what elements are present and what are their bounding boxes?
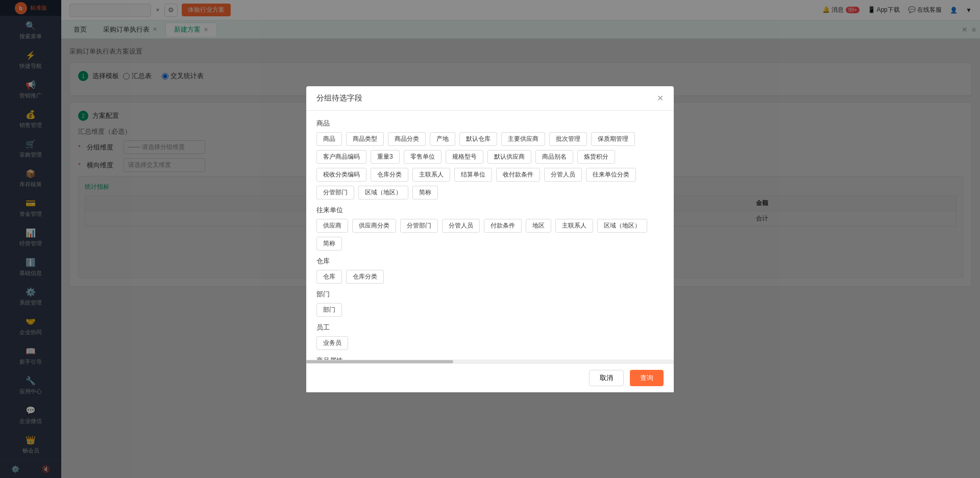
field-tag-product-alias[interactable]: 商品别名 <box>535 150 573 164</box>
section-dept-title: 部门 <box>316 290 664 299</box>
field-tag-area[interactable]: 地区 <box>526 219 551 233</box>
field-tag-manager-person[interactable]: 分管人员 <box>544 168 582 182</box>
section-partner-fields: 供应商 供应商分类 分管部门 分管人员 付款条件 地区 主联系人 区域（地区） … <box>316 219 664 250</box>
field-tag-main-contact2[interactable]: 主联系人 <box>555 219 593 233</box>
section-partner-title: 往来单位 <box>316 206 664 215</box>
cancel-button[interactable]: 取消 <box>589 370 624 386</box>
field-tag-product-category[interactable]: 商品分类 <box>388 132 426 146</box>
field-tag-refine-points[interactable]: 炼货积分 <box>577 150 615 164</box>
field-tag-supplier-category[interactable]: 供应商分类 <box>352 219 396 233</box>
field-tag-settlement-unit[interactable]: 结算单位 <box>454 168 492 182</box>
field-tag-weight3[interactable]: 重量3 <box>371 150 400 164</box>
field-tag-customer-code[interactable]: 客户商品编码 <box>316 150 366 164</box>
field-tag-warehouse-category[interactable]: 仓库分类 <box>371 168 408 182</box>
field-tag-default-supplier[interactable]: 默认供应商 <box>487 150 531 164</box>
modal-overlay: 分组待选字段 ✕ 商品 商品 商品类型 商品分类 产地 默认仓库 主要供应商 批… <box>0 0 980 478</box>
section-employee-fields: 业务员 <box>316 336 664 350</box>
field-tag-retail-unit[interactable]: 零售单位 <box>404 150 442 164</box>
field-tag-mgmt-dept2[interactable]: 分管部门 <box>400 219 438 233</box>
field-tag-region-partner[interactable]: 区域（地区） <box>597 219 647 233</box>
field-tag-main-supplier[interactable]: 主要供应商 <box>501 132 545 146</box>
confirm-button[interactable]: 查询 <box>630 370 664 386</box>
field-tag-warehouse-cat[interactable]: 仓库分类 <box>346 270 384 284</box>
field-tag-spec-model[interactable]: 规格型号 <box>446 150 483 164</box>
modal-footer: 取消 查询 <box>306 363 674 392</box>
field-tag-warehouse[interactable]: 仓库 <box>316 270 342 284</box>
field-tag-dept[interactable]: 部门 <box>316 303 342 317</box>
field-tag-expiry-mgmt[interactable]: 保质期管理 <box>591 132 635 146</box>
section-attr-title: 商品属性 <box>316 356 664 360</box>
modal-title: 分组待选字段 <box>316 93 362 103</box>
field-tag-main-contact[interactable]: 主联系人 <box>412 168 450 182</box>
modal-header: 分组待选字段 ✕ <box>306 86 674 111</box>
section-warehouse-fields: 仓库 仓库分类 <box>316 270 664 284</box>
field-tag-short-name-product[interactable]: 简称 <box>412 186 438 199</box>
section-dept-fields: 部门 <box>316 303 664 317</box>
section-employee-title: 员工 <box>316 323 664 332</box>
section-product-fields: 商品 商品类型 商品分类 产地 默认仓库 主要供应商 批次管理 保质期管理 客户… <box>316 132 664 199</box>
field-tag-batch-mgmt[interactable]: 批次管理 <box>549 132 587 146</box>
field-tag-payment-cond[interactable]: 付款条件 <box>484 219 522 233</box>
section-warehouse-title: 仓库 <box>316 257 664 266</box>
field-tag-mgmt-dept[interactable]: 分管部门 <box>316 186 354 199</box>
field-tag-region-product[interactable]: 区域（地区） <box>358 186 408 199</box>
field-select-modal: 分组待选字段 ✕ 商品 商品 商品类型 商品分类 产地 默认仓库 主要供应商 批… <box>306 86 674 392</box>
field-tag-origin[interactable]: 产地 <box>430 132 455 146</box>
field-tag-product-type[interactable]: 商品类型 <box>346 132 384 146</box>
field-tag-payment-terms[interactable]: 收付款条件 <box>496 168 540 182</box>
section-product-title: 商品 <box>316 119 664 128</box>
field-tag-default-warehouse[interactable]: 默认仓库 <box>459 132 497 146</box>
modal-close-icon[interactable]: ✕ <box>657 93 664 103</box>
field-tag-partner-category[interactable]: 往来单位分类 <box>586 168 636 182</box>
field-tag-tax-code[interactable]: 税收分类编码 <box>316 168 366 182</box>
modal-horizontal-scrollbar[interactable] <box>306 360 674 363</box>
field-tag-salesperson[interactable]: 业务员 <box>316 336 348 350</box>
field-tag-supplier[interactable]: 供应商 <box>316 219 348 233</box>
modal-body[interactable]: 商品 商品 商品类型 商品分类 产地 默认仓库 主要供应商 批次管理 保质期管理… <box>306 111 674 360</box>
field-tag-short-name-partner[interactable]: 简称 <box>316 237 342 250</box>
field-tag-product[interactable]: 商品 <box>316 132 342 146</box>
field-tag-mgmt-person2[interactable]: 分管人员 <box>442 219 480 233</box>
